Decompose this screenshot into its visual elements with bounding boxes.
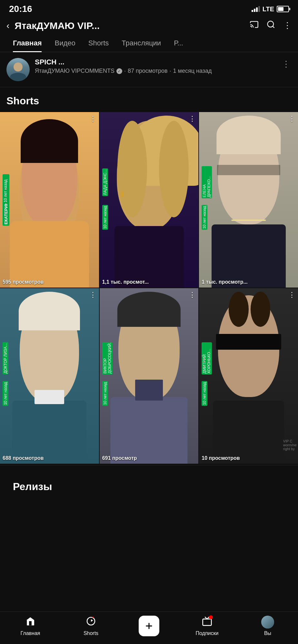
card-menu-2[interactable]: ⋮	[189, 115, 196, 123]
shorts-icon	[86, 616, 96, 629]
card-menu-1[interactable]: ⋮	[89, 115, 96, 123]
bottom-nav-subscriptions[interactable]: Подписки	[194, 616, 220, 636]
avatar-image	[6, 58, 30, 81]
lte-label: LTE	[263, 5, 274, 13]
vertical-label-4: ДОКТОР ЛИЗА...	[3, 342, 8, 374]
releases-section-title: Релизы	[6, 473, 292, 498]
card-menu-4[interactable]: ⋮	[89, 291, 96, 299]
bottom-nav-shorts[interactable]: Shorts	[78, 616, 104, 636]
signal-bar-2	[254, 9, 255, 12]
status-icons: LTE	[252, 5, 289, 13]
time-label-2: 10 лет назад	[102, 205, 108, 230]
view-count-2: 1,1 тыс. просмот...	[102, 279, 149, 285]
video-card-3[interactable]: ⋮ ЕЛЕНА ДРАПЕКО... 10 лет назад 1 тыс. п…	[199, 112, 298, 288]
vertical-label-2: ЛАДА ДЭНС...	[102, 168, 108, 196]
tab-more[interactable]: Р...	[167, 34, 190, 52]
card-menu-3[interactable]: ⋮	[288, 115, 295, 123]
bottom-nav-home[interactable]: Главная	[17, 616, 43, 636]
shorts-section-title: Shorts	[0, 87, 298, 112]
verified-icon	[116, 68, 122, 74]
channel-more-button[interactable]: ⋮	[281, 58, 292, 71]
video-card-6[interactable]: VIP Cworm/neright by ⋮ ДМИТРИЙ ХОРОНЬКО.…	[199, 288, 298, 464]
channel-info: SPICH ... ЯтакДУМАЮ VIPCOMMENTS · 87 про…	[0, 52, 298, 87]
view-count-5: 691 просмотр	[102, 455, 137, 461]
svg-point-1	[268, 21, 274, 27]
profile-avatar	[261, 616, 274, 629]
search-icon[interactable]	[266, 20, 275, 31]
watermark-6: VIP Cworm/neright by	[283, 439, 297, 451]
battery-icon	[277, 6, 289, 12]
thumb-2	[100, 112, 199, 288]
video-card-5[interactable]: ⋮ ВИКТОР ДОБРОСОЦКИЙ... 10 лет назад 691…	[100, 288, 199, 464]
svg-rect-5	[203, 619, 212, 625]
notification-dot	[209, 615, 213, 619]
thumb-4	[0, 288, 99, 464]
thumb-1	[0, 112, 99, 288]
bottom-nav-profile[interactable]: Вы	[255, 616, 281, 636]
video-card-1[interactable]: ⋮ ЕКАТЕРИНА ЖЕМЧУЖНАЯ... 10 лет назад 59…	[0, 112, 99, 288]
vertical-label-6: ДМИТРИЙ ХОРОНЬКО...	[202, 342, 212, 374]
nav-icons: ⋮	[250, 20, 292, 31]
signal-bar-3	[256, 7, 258, 12]
status-time: 20:16	[9, 4, 32, 14]
channel-sub: ЯтакДУМАЮ VIPCOMMENTS · 87 просмотров · …	[35, 68, 275, 74]
signal-bar-4	[258, 6, 260, 12]
channel-name: SPICH ...	[35, 58, 275, 66]
time-label-3: 10 лет назад	[202, 205, 207, 230]
tab-streams[interactable]: Трансляции	[115, 34, 167, 52]
view-count-6: 10 просмотров	[202, 455, 240, 461]
thumb-5	[100, 288, 199, 464]
back-button[interactable]: ‹	[6, 21, 9, 31]
video-card-4[interactable]: ⋮ ДОКТОР ЛИЗА... 10 лет назад 688 просмо…	[0, 288, 99, 464]
video-card-2[interactable]: ⋮ ЛАДА ДЭНС... 10 лет назад 1,1 тыс. про…	[100, 112, 199, 288]
card-menu-5[interactable]: ⋮	[189, 291, 196, 299]
tab-bar: Главная Видео Shorts Трансляции Р...	[0, 34, 298, 52]
bottom-nav-home-label: Главная	[21, 630, 40, 636]
signal-bar-1	[252, 10, 253, 12]
bottom-nav-subscriptions-label: Подписки	[196, 630, 219, 636]
channel-details: SPICH ... ЯтакДУМАЮ VIPCOMMENTS · 87 про…	[35, 58, 275, 74]
cast-icon[interactable]	[250, 20, 259, 31]
tab-shorts[interactable]: Shorts	[82, 34, 115, 52]
svg-line-2	[273, 26, 274, 28]
avatar	[6, 58, 30, 81]
status-bar: 20:16 LTE	[0, 0, 298, 17]
vertical-label-3: ЕЛЕНА ДРАПЕКО...	[202, 166, 212, 198]
vertical-label-5: ВИКТОР ДОБРОСОЦКИЙ...	[102, 342, 113, 374]
time-label-6: 10 лет назад	[202, 381, 207, 406]
battery-fill	[278, 7, 283, 11]
releases-section: Релизы	[0, 465, 298, 503]
subscriptions-icon-wrapper	[202, 616, 212, 629]
bottom-nav-profile-label: Вы	[264, 630, 271, 636]
time-label-5: 10 лет назад	[102, 381, 108, 406]
view-count-1: 595 просмотров	[3, 279, 44, 285]
time-label-1: 10 лет назад	[3, 179, 8, 204]
bottom-nav-shorts-label: Shorts	[84, 630, 98, 636]
view-count-4: 688 просмотров	[3, 455, 44, 461]
more-icon[interactable]: ⋮	[283, 21, 292, 31]
thumb-3	[199, 112, 298, 288]
home-icon	[25, 616, 35, 629]
tab-home[interactable]: Главная	[6, 34, 48, 52]
bottom-nav: Главная Shorts П	[0, 611, 298, 644]
shorts-grid: ⋮ ЕКАТЕРИНА ЖЕМЧУЖНАЯ... 10 лет назад 59…	[0, 112, 298, 464]
time-label-4: 10 лет назад	[3, 381, 8, 406]
add-button[interactable]	[139, 616, 159, 636]
page-title: ЯтакДУМАЮ VIP...	[15, 20, 244, 31]
top-nav: ‹ ЯтакДУМАЮ VIP... ⋮	[0, 17, 298, 34]
view-count-3: 1 тыс. просмотр...	[202, 279, 247, 285]
thumb-6: VIP Cworm/neright by	[199, 288, 298, 464]
card-menu-6[interactable]: ⋮	[288, 291, 295, 299]
signal-bars-icon	[252, 6, 260, 12]
tab-video[interactable]: Видео	[48, 34, 82, 52]
